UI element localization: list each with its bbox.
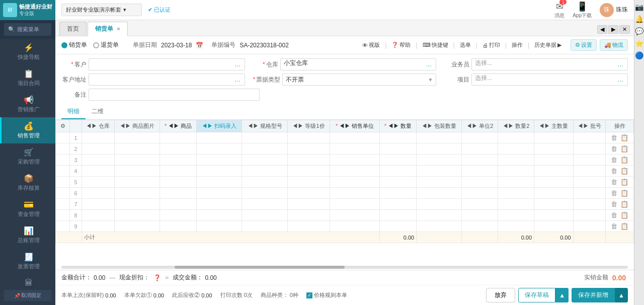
sidebar-item-sales[interactable]: 💰 销售管理 bbox=[0, 117, 55, 143]
calendar-icon[interactable]: 📅 bbox=[196, 42, 203, 49]
row-barcode-1[interactable] bbox=[197, 132, 242, 143]
table-tab-detail[interactable]: 明细 bbox=[61, 105, 86, 119]
invoice-type-select[interactable]: 不开票 ▼ bbox=[282, 73, 436, 86]
abandon-button[interactable]: 放弃 bbox=[486, 288, 515, 302]
view-button[interactable]: 👁 视版 bbox=[360, 40, 382, 50]
col-packqty-header[interactable]: ◀▶ 包装数量 bbox=[417, 120, 462, 132]
sidebar-item-inventory[interactable]: 📦 库存核算 bbox=[0, 170, 55, 196]
salesperson-input[interactable]: 选择... … bbox=[471, 58, 628, 70]
warehouse-input[interactable]: 小宝仓库 … bbox=[280, 58, 437, 70]
help-button[interactable]: ❓ 帮助 bbox=[389, 40, 413, 50]
customer-input[interactable]: … bbox=[89, 58, 245, 70]
sidebar-item-accounting[interactable]: 📊 总账管理 bbox=[0, 222, 55, 248]
tab-prev-button[interactable]: ◀ bbox=[597, 25, 607, 34]
sidebar-item-quicknav[interactable]: ⚡ 快捷导航 bbox=[0, 39, 55, 65]
history-button[interactable]: 历史单据 ▶ bbox=[532, 40, 564, 50]
operation-button[interactable]: 操作 bbox=[510, 40, 525, 50]
address-picker-icon[interactable]: … bbox=[233, 76, 242, 83]
row-copy-4[interactable]: 📋 bbox=[619, 167, 629, 175]
row-copy-3[interactable]: 📋 bbox=[619, 156, 629, 164]
price-rule-checkbox[interactable]: ✓ 价格规则本单 bbox=[306, 291, 347, 299]
table-tab-2d[interactable]: 二维 bbox=[86, 105, 110, 119]
radio-sales-order[interactable]: 销货单 bbox=[61, 41, 87, 49]
col-warehouse-header[interactable]: ◀▶ 仓库 bbox=[82, 120, 115, 132]
salesperson-picker-icon[interactable]: … bbox=[616, 61, 624, 68]
col-product-header[interactable]: ◀▶ 商品 bbox=[159, 120, 196, 132]
row-product-1[interactable] bbox=[159, 132, 196, 143]
save-draft-button[interactable]: 保存草稿 bbox=[518, 288, 555, 302]
search-menu-button[interactable]: 🔍 搜索菜单 bbox=[4, 23, 51, 36]
row-delete-9[interactable]: 🗑 bbox=[610, 222, 618, 230]
save-new-button[interactable]: 保存并新增 bbox=[572, 288, 615, 302]
right-panel-btn-3[interactable]: 💬 bbox=[634, 26, 644, 36]
save-draft-arrow-button[interactable]: ▲ bbox=[555, 288, 569, 302]
row-image-1[interactable] bbox=[114, 132, 159, 143]
row-packqty-1[interactable] bbox=[417, 132, 462, 143]
save-new-arrow-button[interactable]: ▲ bbox=[615, 288, 628, 302]
row-delete-6[interactable]: 🗑 bbox=[610, 189, 618, 197]
select-button[interactable]: 选单 bbox=[458, 40, 473, 50]
row-copy-8[interactable]: 📋 bbox=[619, 211, 629, 219]
row-batch-1[interactable] bbox=[573, 132, 606, 143]
row-unit2-1[interactable] bbox=[462, 132, 498, 143]
col-qty-header[interactable]: ◀▶ 数量 bbox=[379, 120, 416, 132]
row-mainqty-1[interactable] bbox=[534, 132, 574, 143]
row-spec-1[interactable] bbox=[242, 132, 287, 143]
row-copy-2[interactable]: 📋 bbox=[619, 145, 629, 152]
sidebar-item-invoicing[interactable]: 🧾 发票管理 bbox=[0, 248, 55, 274]
company-selector[interactable]: 好业财专业版演示帐套 ▾ bbox=[61, 4, 142, 16]
customer-picker-icon[interactable]: … bbox=[233, 61, 242, 68]
col-spec-header[interactable]: ◀▶ 规格型号 bbox=[242, 120, 287, 132]
row-delete-2[interactable]: 🗑 bbox=[610, 145, 618, 152]
right-panel-btn-2[interactable]: 🔔 bbox=[634, 14, 644, 24]
row-delete-3[interactable]: 🗑 bbox=[610, 156, 618, 164]
col-price1-header[interactable]: ◀▶ 等级1价 bbox=[287, 120, 330, 132]
logistics-button[interactable]: 🚚 物流 bbox=[600, 39, 628, 51]
row-price1-1[interactable] bbox=[287, 132, 330, 143]
radio-return-order[interactable]: 退货单 bbox=[93, 41, 119, 49]
message-button[interactable]: ✉ 消息 1 bbox=[554, 1, 565, 19]
col-barcode-header[interactable]: ◀▶ 扫码录入 bbox=[197, 120, 242, 132]
horizontal-scrollbar[interactable] bbox=[61, 266, 628, 269]
right-panel-btn-1[interactable]: 📷 bbox=[634, 2, 644, 12]
row-delete-1[interactable]: 🗑 bbox=[610, 134, 618, 141]
col-unit-header[interactable]: ◀▶ 销售单位 bbox=[330, 120, 380, 132]
project-input[interactable]: 选择... … bbox=[471, 73, 628, 86]
row-delete-5[interactable]: 🗑 bbox=[610, 178, 618, 186]
col-image-header[interactable]: ◀▶ 商品图片 bbox=[114, 120, 159, 132]
row-copy-1[interactable]: 📋 bbox=[619, 134, 629, 141]
shortcut-button[interactable]: ⌨ 快捷键 bbox=[421, 40, 450, 50]
sidebar-item-projects[interactable]: 📋 项目合同 bbox=[0, 65, 55, 91]
row-delete-7[interactable]: 🗑 bbox=[610, 200, 618, 208]
row-qty-1[interactable] bbox=[379, 132, 416, 143]
tab-next-button[interactable]: ▶ bbox=[608, 25, 618, 34]
tab-sales-order[interactable]: 销货单 × bbox=[88, 22, 128, 36]
tab-close-icon[interactable]: × bbox=[117, 26, 120, 32]
cancel-fixed-button[interactable]: 📌 取消固定 bbox=[4, 290, 51, 301]
sidebar-item-funds[interactable]: 💳 资金管理 bbox=[0, 196, 55, 222]
row-copy-7[interactable]: 📋 bbox=[619, 200, 629, 208]
app-download-button[interactable]: 📱 App下载 bbox=[573, 1, 592, 19]
right-panel-btn-5[interactable]: 🔵 bbox=[634, 50, 644, 60]
print-button[interactable]: 🖨 打印 bbox=[480, 40, 502, 50]
col-mainqty-header[interactable]: ◀▶ 主数量 bbox=[534, 120, 574, 132]
row-delete-4[interactable]: 🗑 bbox=[610, 167, 618, 175]
row-copy-5[interactable]: 📋 bbox=[619, 178, 629, 186]
tab-close-all-button[interactable]: ✕ bbox=[619, 25, 630, 34]
row-unit-1[interactable] bbox=[330, 132, 380, 143]
row-copy-9[interactable]: 📋 bbox=[619, 222, 629, 230]
address-input[interactable]: … bbox=[89, 73, 245, 86]
col-qty2-header[interactable]: ◀▶ 数量2 bbox=[498, 120, 534, 132]
warehouse-picker-icon[interactable]: … bbox=[425, 61, 433, 68]
row-copy-6[interactable]: 📋 bbox=[619, 189, 629, 197]
col-settings-header[interactable]: ⚙ bbox=[56, 120, 70, 132]
row-qty2-1[interactable] bbox=[498, 132, 534, 143]
row-warehouse-1[interactable] bbox=[82, 132, 115, 143]
col-batch-header[interactable]: ◀▶ 批号 bbox=[573, 120, 606, 132]
user-profile[interactable]: 珠 珠珠 bbox=[600, 3, 628, 17]
row-delete-8[interactable]: 🗑 bbox=[610, 211, 618, 219]
project-picker-icon[interactable]: … bbox=[616, 76, 624, 83]
note-input[interactable] bbox=[89, 89, 260, 101]
sidebar-item-tax[interactable]: 🏛 税务管理 bbox=[0, 274, 55, 286]
right-panel-btn-4[interactable]: ⭐ bbox=[634, 38, 644, 48]
